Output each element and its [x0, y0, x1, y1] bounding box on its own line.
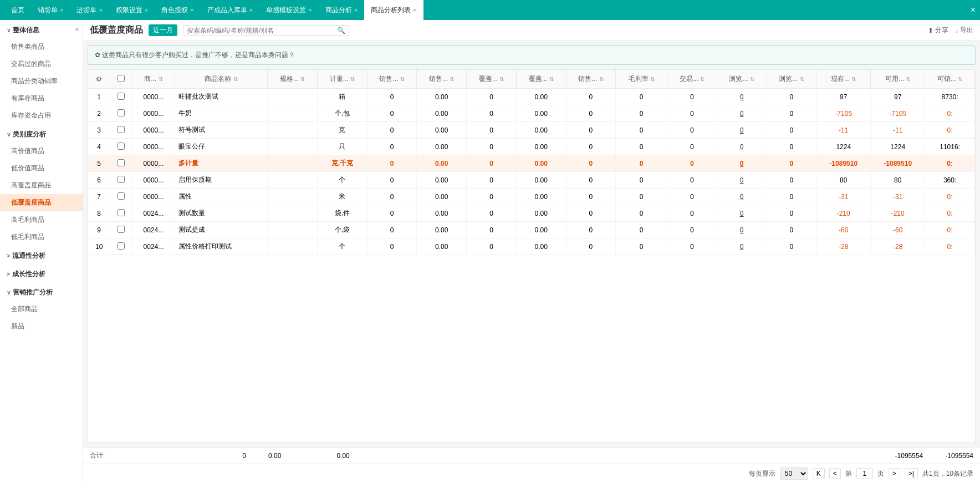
sidebar-item-sales-goods[interactable]: 销售类商品 [0, 38, 83, 55]
cell-browse1[interactable]: 0 [717, 155, 767, 172]
cell-name[interactable]: 测试提成 [175, 222, 268, 238]
sidebar-item-high-margin[interactable]: 高毛利商品 [0, 211, 83, 228]
col-sales-qty[interactable]: 销售... ⇅ [367, 70, 417, 89]
row-checkbox[interactable] [118, 176, 125, 183]
sidebar-item-category-rate[interactable]: 商品分类动销率 [0, 73, 83, 90]
nav-permission-settings[interactable]: 权限设置 × [109, 0, 155, 20]
col-sales3[interactable]: 销售... ⇅ [566, 70, 616, 89]
sidebar-item-traded-goods[interactable]: 交易过的商品 [0, 55, 83, 73]
nav-close-role-auth[interactable]: × [190, 7, 193, 13]
cell-checkbox[interactable] [110, 172, 132, 189]
cell-checkbox[interactable] [110, 238, 132, 255]
cell-name[interactable]: 旺辅批次测试 [175, 89, 268, 105]
sidebar-section-overall-info[interactable]: ∨ 整体信息 [0, 20, 83, 38]
cell-name[interactable]: 测试数量 [175, 205, 268, 222]
sidebar-item-low-value[interactable]: 低价值商品 [0, 160, 83, 177]
row-checkbox[interactable] [118, 209, 125, 216]
col-browse1[interactable]: 浏览... ⇅ [717, 70, 767, 89]
select-all-checkbox[interactable] [118, 75, 125, 82]
last-page-button[interactable]: >| [905, 468, 918, 479]
col-cover1[interactable]: 覆盖... ⇅ [467, 70, 517, 89]
cell-checkbox[interactable] [110, 189, 132, 205]
sidebar-section-liquidity[interactable]: > 流通性分析 [0, 246, 83, 264]
data-table-container[interactable]: ⚙ 商... ⇅ 商品名称 ⇅ 规格... ⇅ 计量... ⇅ 销售... ⇅ … [88, 69, 976, 443]
cell-browse1[interactable]: 0 [717, 189, 767, 205]
cell-checkbox[interactable] [110, 205, 132, 222]
col-browse2[interactable]: 浏览... ⇅ [767, 70, 816, 89]
nav-purchase-order[interactable]: 进货单 × [70, 0, 109, 20]
share-button[interactable]: ⬆ 分享 [928, 26, 948, 35]
row-checkbox[interactable] [118, 126, 125, 133]
cell-checkbox[interactable] [110, 89, 132, 105]
col-current-stock[interactable]: 现有... ⇅ [816, 70, 871, 89]
col-sales-amt[interactable]: 销售... ⇅ [417, 70, 467, 89]
cell-name[interactable]: 眼宝公仔 [175, 139, 268, 155]
page-number-input[interactable] [856, 468, 873, 479]
cell-checkbox[interactable] [110, 222, 132, 238]
cell-browse1[interactable]: 0 [717, 122, 767, 139]
col-settings[interactable]: ⚙ [88, 70, 110, 89]
cell-name[interactable]: 多计量 [175, 155, 268, 172]
row-checkbox[interactable] [118, 93, 125, 100]
col-code[interactable]: 商... ⇅ [132, 70, 175, 89]
period-button[interactable]: 近一月 [149, 24, 177, 36]
col-gross-margin[interactable]: 毛利率 ⇅ [616, 70, 667, 89]
nav-close-finished-goods[interactable]: × [249, 7, 253, 13]
close-all-button[interactable]: × [971, 5, 976, 15]
nav-close-product-analysis-list[interactable]: × [413, 7, 416, 13]
col-name[interactable]: 商品名称 ⇅ [175, 70, 268, 89]
cell-browse1[interactable]: 0 [717, 105, 767, 122]
nav-finished-goods[interactable]: 产成品入库单 × [201, 0, 259, 20]
sidebar-item-new-goods[interactable]: 新品 [0, 318, 83, 335]
nav-sales-order[interactable]: 销货单 × [31, 0, 70, 20]
col-trade[interactable]: 交易... ⇅ [667, 70, 717, 89]
col-cover2[interactable]: 覆盖... ⇅ [516, 70, 566, 89]
col-unit[interactable]: 计量... ⇅ [317, 70, 367, 89]
cell-checkbox[interactable] [110, 122, 132, 139]
nav-close-product-analysis[interactable]: × [354, 7, 358, 13]
nav-product-analysis-list[interactable]: 商品分析列表 × [364, 0, 423, 20]
cell-name[interactable]: 牛奶 [175, 105, 268, 122]
sidebar-section-marketing[interactable]: ∨ 营销推广分析 [0, 282, 83, 301]
nav-home[interactable]: 首页 [4, 0, 31, 20]
cell-browse1[interactable]: 0 [717, 89, 767, 105]
cell-name[interactable]: 启用保质期 [175, 172, 268, 189]
next-page-button[interactable]: > [889, 468, 900, 479]
cell-name[interactable]: 属性价格打印测试 [175, 238, 268, 255]
row-checkbox[interactable] [118, 226, 125, 233]
sidebar-item-all-goods[interactable]: 全部商品 [0, 301, 83, 318]
cell-browse1[interactable]: 0 [717, 172, 767, 189]
cell-browse1[interactable]: 0 [717, 222, 767, 238]
row-checkbox[interactable] [118, 242, 125, 250]
prev-page-button[interactable]: < [829, 468, 841, 479]
col-checkbox[interactable] [110, 70, 132, 89]
nav-close-permission[interactable]: × [145, 7, 148, 13]
nav-product-analysis[interactable]: 商品分析 × [319, 0, 364, 20]
cell-checkbox[interactable] [110, 155, 132, 172]
cell-name[interactable]: 符号测试 [175, 122, 268, 139]
sidebar-item-low-coverage[interactable]: 低覆盖度商品 [0, 194, 83, 211]
export-button[interactable]: ↓ 导出 [955, 26, 973, 35]
sidebar-section-growth[interactable]: > 成长性分析 [0, 264, 83, 282]
sidebar-section-category-analysis[interactable]: ∨ 类别度分析 [0, 124, 83, 143]
nav-close-sales-order[interactable]: × [60, 7, 63, 13]
page-size-select[interactable]: 50 100 200 [780, 467, 808, 480]
cell-browse1[interactable]: 0 [717, 238, 767, 255]
first-page-button[interactable]: K [813, 468, 825, 479]
cell-browse1[interactable]: 0 [717, 205, 767, 222]
nav-close-template[interactable]: × [308, 7, 312, 13]
search-icon[interactable]: 🔍 [337, 27, 345, 34]
nav-template-settings[interactable]: 单据模板设置 × [259, 0, 318, 20]
nav-role-auth[interactable]: 角色授权 × [155, 0, 200, 20]
sidebar-item-low-margin[interactable]: 低毛利商品 [0, 228, 83, 246]
row-checkbox[interactable] [118, 143, 125, 150]
row-checkbox[interactable] [118, 192, 125, 200]
sidebar-item-high-coverage[interactable]: 高覆盖度商品 [0, 177, 83, 194]
cell-name[interactable]: 属性 [175, 189, 268, 205]
cell-browse1[interactable]: 0 [717, 139, 767, 155]
cell-checkbox[interactable] [110, 105, 132, 122]
row-checkbox[interactable] [118, 159, 125, 166]
cell-checkbox[interactable] [110, 139, 132, 155]
sidebar-item-capital-occupation[interactable]: 库存资金占用 [0, 107, 83, 124]
sidebar-item-high-value[interactable]: 高价值商品 [0, 143, 83, 160]
